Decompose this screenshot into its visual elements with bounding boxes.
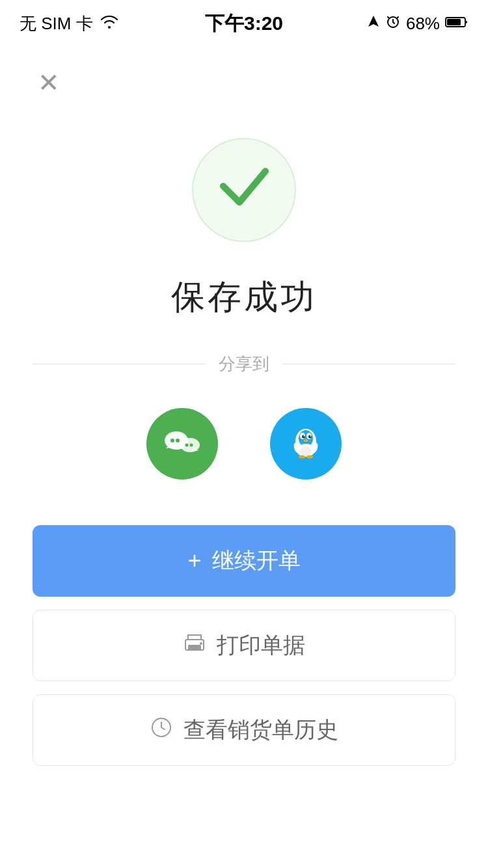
wechat-share-button[interactable] [146, 408, 218, 480]
history-icon [150, 716, 173, 744]
plus-icon: + [187, 549, 201, 573]
share-icons [33, 408, 455, 480]
continue-order-button[interactable]: + 继续开单 [33, 525, 455, 597]
svg-point-20 [299, 455, 305, 458]
alarm-icon [385, 14, 401, 33]
action-section: + 继续开单 打印单据 查看销货单历史 [0, 512, 488, 766]
close-icon: ✕ [38, 70, 60, 96]
check-circle [192, 138, 296, 242]
svg-point-14 [308, 435, 312, 438]
close-button[interactable]: ✕ [33, 66, 65, 99]
success-section: 保存成功 [0, 99, 488, 353]
svg-point-16 [310, 435, 311, 437]
svg-rect-25 [188, 645, 201, 651]
battery-label: 68% [406, 14, 440, 34]
svg-point-19 [300, 446, 312, 455]
svg-point-13 [302, 435, 305, 438]
svg-point-7 [185, 444, 189, 447]
page-content: ✕ 保存成功 分享到 [0, 47, 488, 868]
status-right: 68% [367, 14, 468, 34]
svg-rect-2 [447, 19, 461, 25]
svg-point-21 [306, 455, 313, 458]
checkmark-icon [217, 161, 272, 219]
share-section: 分享到 [0, 353, 488, 512]
svg-point-5 [176, 439, 180, 442]
qq-share-button[interactable] [270, 408, 342, 480]
status-left: 无 SIM 卡 [20, 12, 119, 35]
svg-point-26 [200, 642, 202, 645]
location-icon [367, 14, 380, 33]
print-button[interactable]: 打印单据 [33, 610, 455, 681]
share-label: 分享到 [206, 353, 282, 375]
history-label: 查看销货单历史 [183, 715, 338, 745]
success-title: 保存成功 [171, 275, 317, 320]
divider-right [282, 364, 455, 364]
svg-point-15 [303, 435, 305, 437]
svg-point-8 [190, 444, 193, 447]
divider-left [33, 364, 206, 364]
status-time: 下午3:20 [205, 10, 283, 37]
printer-icon [183, 632, 206, 659]
status-bar: 无 SIM 卡 下午3:20 68% [0, 0, 488, 47]
wifi-icon [100, 14, 119, 34]
print-label: 打印单据 [217, 631, 305, 660]
svg-point-4 [170, 439, 174, 442]
history-button[interactable]: 查看销货单历史 [33, 694, 455, 766]
svg-point-17 [303, 439, 308, 442]
continue-label: 继续开单 [212, 546, 301, 576]
wechat-icon [159, 421, 205, 467]
qq-icon [285, 423, 327, 465]
battery-icon [445, 14, 468, 33]
no-sim-label: 无 SIM 卡 [20, 12, 93, 35]
share-divider: 分享到 [33, 353, 455, 375]
